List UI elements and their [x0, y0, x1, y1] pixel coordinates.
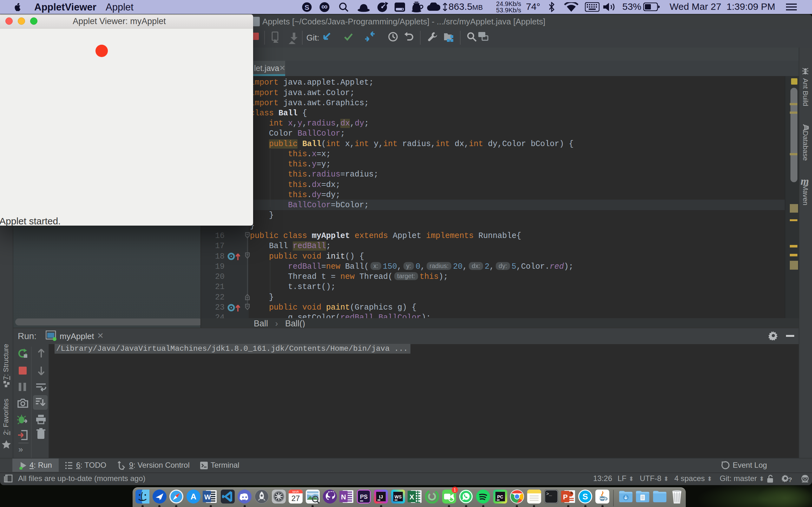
svg-text:N: N	[341, 493, 346, 501]
svg-text:WS: WS	[395, 494, 402, 499]
svg-text:MAR: MAR	[293, 490, 299, 493]
svg-text:PC: PC	[497, 494, 503, 499]
svg-text:W: W	[204, 493, 211, 501]
svg-text:S: S	[305, 3, 309, 11]
svg-text:X: X	[409, 493, 414, 501]
svg-text:PS: PS	[360, 494, 368, 500]
svg-text:>_: >_	[546, 492, 552, 497]
svg-text:A: A	[191, 492, 197, 501]
svg-text:27: 27	[292, 494, 300, 503]
svg-text:S: S	[582, 492, 588, 501]
svg-text:IJ: IJ	[379, 494, 383, 499]
svg-text:∞: ∞	[321, 2, 328, 11]
svg-text:P: P	[563, 493, 568, 501]
svg-text:?: ?	[788, 476, 792, 483]
